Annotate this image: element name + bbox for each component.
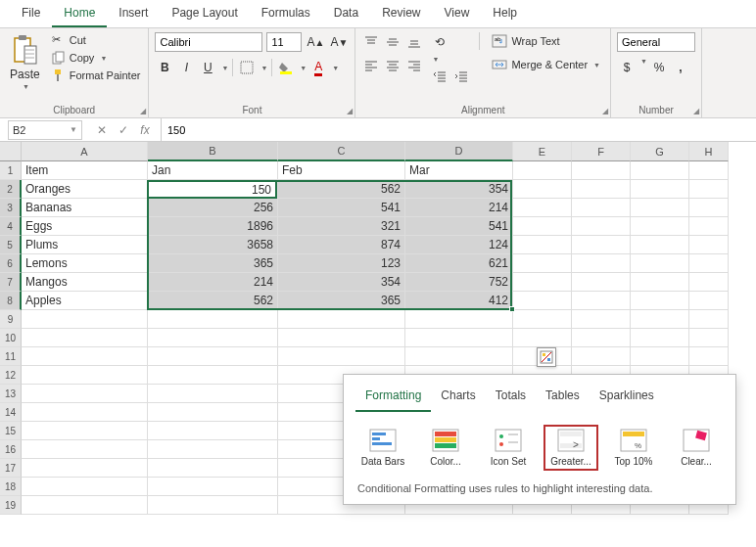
row-header-14[interactable]: 14 bbox=[0, 403, 22, 422]
cell-G5[interactable] bbox=[631, 236, 689, 254]
tab-view[interactable]: View bbox=[433, 2, 482, 27]
quick-analysis-button[interactable] bbox=[537, 347, 556, 367]
cell-B3[interactable]: 256 bbox=[148, 199, 278, 217]
cell-A17[interactable] bbox=[22, 459, 148, 478]
cell-F6[interactable] bbox=[572, 254, 631, 273]
cell-E1[interactable] bbox=[513, 161, 572, 180]
accounting-format-button[interactable]: $ bbox=[617, 58, 637, 77]
tab-insert[interactable]: Insert bbox=[107, 2, 160, 27]
cell-B15[interactable] bbox=[148, 422, 278, 440]
row-header-6[interactable]: 6 bbox=[0, 254, 22, 273]
cell-H8[interactable] bbox=[689, 292, 729, 310]
cell-E6[interactable] bbox=[513, 254, 572, 273]
cell-B4[interactable]: 1896 bbox=[148, 217, 278, 236]
increase-font-button[interactable]: A▲ bbox=[306, 32, 325, 52]
cell-E7[interactable] bbox=[513, 273, 572, 292]
cell-A18[interactable] bbox=[22, 478, 148, 496]
cell-H6[interactable] bbox=[689, 254, 729, 273]
dialog-launcher-icon[interactable]: ◢ bbox=[347, 107, 353, 115]
cell-H7[interactable] bbox=[689, 273, 729, 292]
cell-B19[interactable] bbox=[148, 496, 278, 515]
cell-F3[interactable] bbox=[572, 199, 631, 217]
cell-C4[interactable]: 321 bbox=[278, 217, 405, 236]
cell-G4[interactable] bbox=[631, 217, 689, 236]
align-bottom-button[interactable] bbox=[404, 32, 424, 52]
cell-D9[interactable] bbox=[405, 310, 513, 329]
merge-center-button[interactable]: Merge & Center▼ bbox=[488, 56, 604, 73]
copy-button[interactable]: Copy▼ bbox=[50, 50, 143, 66]
qa-item-color-scale[interactable]: Color... bbox=[418, 425, 473, 471]
cell-E3[interactable] bbox=[513, 199, 572, 217]
row-header-17[interactable]: 17 bbox=[0, 459, 22, 478]
cut-button[interactable]: ✂Cut bbox=[50, 32, 143, 48]
cell-C6[interactable]: 123 bbox=[278, 254, 405, 273]
cell-B5[interactable]: 3658 bbox=[148, 236, 278, 254]
cell-A12[interactable] bbox=[22, 366, 148, 385]
row-header-12[interactable]: 12 bbox=[0, 366, 22, 385]
cell-A1[interactable]: Item bbox=[22, 161, 148, 180]
cell-H4[interactable] bbox=[689, 217, 729, 236]
cell-A16[interactable] bbox=[22, 440, 148, 459]
cell-H11[interactable] bbox=[689, 347, 729, 366]
cell-F7[interactable] bbox=[572, 273, 631, 292]
number-format-select[interactable] bbox=[617, 32, 695, 52]
row-header-18[interactable]: 18 bbox=[0, 478, 22, 496]
italic-button[interactable]: I bbox=[176, 58, 196, 77]
cell-H3[interactable] bbox=[689, 199, 729, 217]
row-header-16[interactable]: 16 bbox=[0, 440, 22, 459]
cell-H1[interactable] bbox=[689, 161, 729, 180]
align-right-button[interactable] bbox=[404, 56, 424, 75]
qa-tab-formatting[interactable]: Formatting bbox=[355, 383, 431, 412]
qa-item-icon-set[interactable]: Icon Set bbox=[481, 425, 536, 471]
cell-C7[interactable]: 354 bbox=[278, 273, 405, 292]
cell-F11[interactable] bbox=[572, 347, 631, 366]
cell-E10[interactable] bbox=[513, 329, 572, 347]
cell-A10[interactable] bbox=[22, 329, 148, 347]
cell-D5[interactable]: 124 bbox=[405, 236, 513, 254]
cell-A8[interactable]: Apples bbox=[22, 292, 148, 310]
cell-E5[interactable] bbox=[513, 236, 572, 254]
borders-button[interactable] bbox=[237, 58, 257, 77]
row-header-7[interactable]: 7 bbox=[0, 273, 22, 292]
tab-page-layout[interactable]: Page Layout bbox=[160, 2, 249, 27]
cell-C3[interactable]: 541 bbox=[278, 199, 405, 217]
cell-G9[interactable] bbox=[631, 310, 689, 329]
cell-A2[interactable]: Oranges bbox=[22, 180, 148, 199]
cell-D10[interactable] bbox=[405, 329, 513, 347]
font-name-select[interactable] bbox=[155, 32, 262, 52]
cell-D6[interactable]: 621 bbox=[405, 254, 513, 273]
comma-format-button[interactable]: , bbox=[671, 58, 690, 77]
cell-F8[interactable] bbox=[572, 292, 631, 310]
select-all-corner[interactable] bbox=[0, 142, 22, 161]
row-header-10[interactable]: 10 bbox=[0, 329, 22, 347]
name-box[interactable]: B2▼ bbox=[8, 120, 82, 140]
cell-B11[interactable] bbox=[148, 347, 278, 366]
decrease-indent-button[interactable] bbox=[430, 67, 449, 86]
col-header-D[interactable]: D bbox=[405, 142, 513, 161]
cell-E2[interactable] bbox=[513, 180, 572, 199]
cancel-formula-button[interactable]: ✕ bbox=[94, 123, 110, 137]
underline-button[interactable]: U bbox=[198, 58, 217, 77]
cell-F4[interactable] bbox=[572, 217, 631, 236]
enter-formula-button[interactable]: ✓ bbox=[116, 123, 131, 137]
qa-item-clear[interactable]: Clear... bbox=[669, 425, 724, 471]
cell-G11[interactable] bbox=[631, 347, 689, 366]
tab-file[interactable]: File bbox=[10, 2, 52, 27]
qa-item-data-bars[interactable]: Data Bars bbox=[355, 425, 410, 471]
dialog-launcher-icon[interactable]: ◢ bbox=[693, 107, 699, 115]
cell-A5[interactable]: Plums bbox=[22, 236, 148, 254]
qa-tab-sparklines[interactable]: Sparklines bbox=[590, 383, 664, 412]
fill-color-button[interactable] bbox=[276, 58, 296, 77]
cell-A19[interactable] bbox=[22, 496, 148, 515]
cell-B12[interactable] bbox=[148, 366, 278, 385]
cell-A11[interactable] bbox=[22, 347, 148, 366]
row-header-13[interactable]: 13 bbox=[0, 385, 22, 403]
cell-C5[interactable]: 874 bbox=[278, 236, 405, 254]
col-header-G[interactable]: G bbox=[631, 142, 689, 161]
cell-G8[interactable] bbox=[631, 292, 689, 310]
cell-A6[interactable]: Lemons bbox=[22, 254, 148, 273]
cell-B18[interactable] bbox=[148, 478, 278, 496]
cell-D1[interactable]: Mar bbox=[405, 161, 513, 180]
align-center-button[interactable] bbox=[383, 56, 402, 75]
cell-A9[interactable] bbox=[22, 310, 148, 329]
